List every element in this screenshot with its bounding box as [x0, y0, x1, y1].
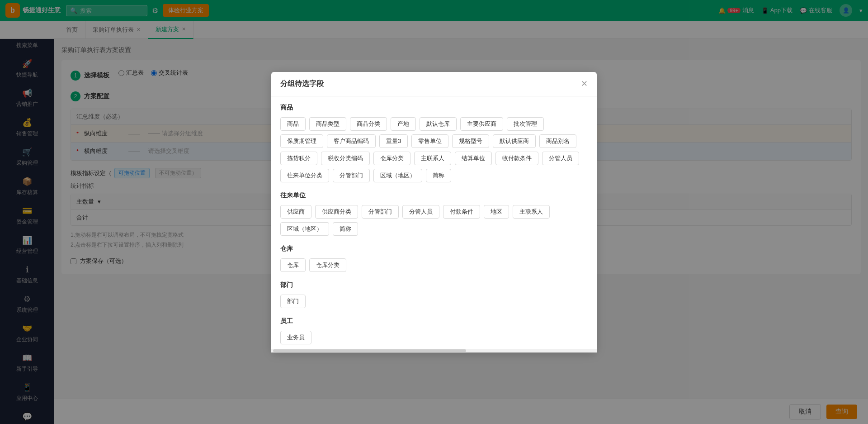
field-tag[interactable]: 商品分类	[350, 117, 387, 131]
field-tag[interactable]: 结算单位	[455, 152, 492, 165]
field-tag[interactable]: 拣货积分	[280, 152, 317, 165]
field-tags: 部门	[280, 295, 588, 308]
field-section-title: 商品	[280, 104, 588, 112]
field-tag[interactable]: 部门	[280, 295, 306, 308]
modal-close-button[interactable]: ✕	[581, 80, 588, 88]
modal-title: 分组待选字段	[280, 79, 324, 89]
field-tag[interactable]: 商品别名	[539, 134, 576, 148]
field-tag[interactable]: 分管人员	[402, 205, 439, 219]
field-tag[interactable]: 仓库分类	[309, 258, 346, 272]
field-section-title: 往来单位	[280, 191, 588, 200]
field-tag[interactable]: 保质期管理	[280, 134, 323, 148]
modal-sections: 商品商品商品类型商品分类产地默认仓库主要供应商批次管理保质期管理客户商品编码重量…	[280, 104, 588, 349]
field-tag[interactable]: 批次管理	[507, 117, 544, 131]
field-section-title: 员工	[280, 317, 588, 325]
field-tag[interactable]: 税收分类编码	[321, 152, 370, 165]
field-tag[interactable]: 付款条件	[443, 205, 480, 219]
field-tag[interactable]: 主联系人	[414, 152, 451, 165]
field-tag[interactable]: 分管人员	[542, 152, 579, 165]
field-tag[interactable]: 主要供应商	[460, 117, 503, 131]
field-tags: 商品商品类型商品分类产地默认仓库主要供应商批次管理保质期管理客户商品编码重量3零…	[280, 117, 588, 182]
field-tag[interactable]: 简称	[426, 169, 451, 182]
field-section-商品: 商品商品商品类型商品分类产地默认仓库主要供应商批次管理保质期管理客户商品编码重量…	[280, 104, 588, 182]
field-tag[interactable]: 商品类型	[309, 117, 346, 131]
field-tag[interactable]: 区域（地区）	[280, 222, 329, 236]
field-tag[interactable]: 收付款条件	[495, 152, 538, 165]
modal-body: 商品商品商品类型商品分类产地默认仓库主要供应商批次管理保质期管理客户商品编码重量…	[271, 96, 597, 349]
field-tag[interactable]: 分管部门	[362, 205, 399, 219]
field-tags: 仓库仓库分类	[280, 258, 588, 272]
field-tag[interactable]: 往来单位分类	[280, 169, 329, 182]
field-tag[interactable]: 分管部门	[333, 169, 370, 182]
field-tag[interactable]: 仓库	[280, 258, 306, 272]
field-tags: 供应商供应商分类分管部门分管人员付款条件地区主联系人区域（地区）简称	[280, 205, 588, 236]
field-tag[interactable]: 商品	[280, 117, 306, 131]
field-tag[interactable]: 简称	[333, 222, 358, 236]
field-tag[interactable]: 主联系人	[513, 205, 550, 219]
field-tag[interactable]: 默认供应商	[493, 134, 536, 148]
modal-header: 分组待选字段 ✕	[271, 72, 597, 96]
field-section-title: 仓库	[280, 245, 588, 253]
field-section-仓库: 仓库仓库仓库分类	[280, 245, 588, 272]
field-tag[interactable]: 地区	[484, 205, 509, 219]
modal-hscroll[interactable]	[271, 349, 597, 353]
modal-hscroll-thumb	[273, 349, 466, 352]
field-tag[interactable]: 供应商分类	[315, 205, 358, 219]
field-tag[interactable]: 产地	[391, 117, 416, 131]
field-tag[interactable]: 零售单位	[411, 134, 448, 148]
field-tag[interactable]: 重量3	[379, 134, 408, 148]
modal-overlay[interactable]: 分组待选字段 ✕ 商品商品商品类型商品分类产地默认仓库主要供应商批次管理保质期管…	[0, 0, 868, 424]
field-tag[interactable]: 客户商品编码	[327, 134, 376, 148]
field-tag[interactable]: 规格型号	[452, 134, 489, 148]
field-tag[interactable]: 区域（地区）	[373, 169, 422, 182]
field-section-员工: 员工业务员	[280, 317, 588, 344]
modal: 分组待选字段 ✕ 商品商品商品类型商品分类产地默认仓库主要供应商批次管理保质期管…	[271, 72, 597, 353]
field-tag[interactable]: 默认仓库	[420, 117, 457, 131]
field-section-部门: 部门部门	[280, 281, 588, 308]
field-tag[interactable]: 仓库分类	[373, 152, 410, 165]
field-tags: 业务员	[280, 331, 588, 344]
field-tag[interactable]: 供应商	[280, 205, 311, 219]
field-tag[interactable]: 业务员	[280, 331, 311, 344]
field-section-title: 部门	[280, 281, 588, 289]
field-section-往来单位: 往来单位供应商供应商分类分管部门分管人员付款条件地区主联系人区域（地区）简称	[280, 191, 588, 236]
